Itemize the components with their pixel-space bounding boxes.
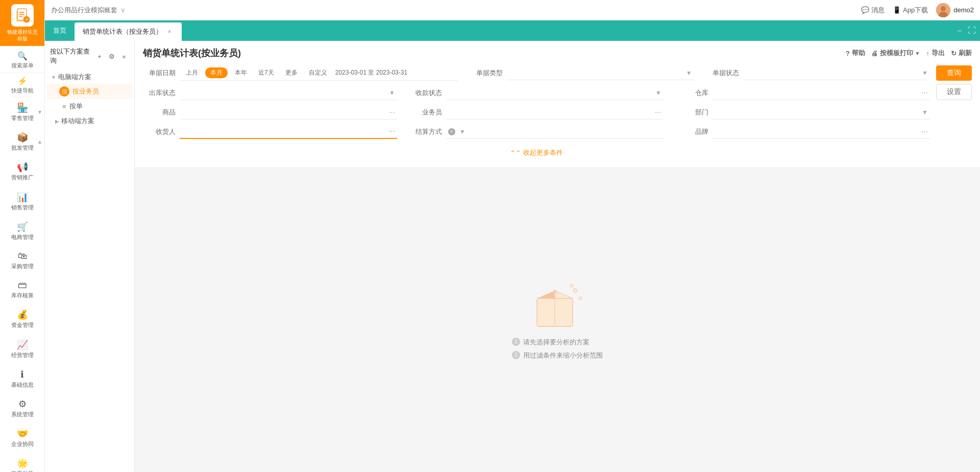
settle-clear-button[interactable]: × xyxy=(448,128,455,135)
tab-minimize-button[interactable]: － xyxy=(955,26,964,36)
date-range-text: 2023-03-01 至 2023-03-31 xyxy=(335,68,407,77)
settings-scheme-button[interactable]: ⚙ xyxy=(107,51,117,61)
topbar-right: 💬 消息 📱 App下载 demo2 xyxy=(861,3,974,17)
collapse-panel-button[interactable]: « xyxy=(119,51,129,61)
sidebar-item-purchase[interactable]: 🛍 采购管理 xyxy=(0,246,44,275)
empty-tip-1: 1 请先选择要分析的方案 xyxy=(512,338,603,347)
left-panel-actions: + ⚙ « xyxy=(94,51,129,61)
sidebar-logo[interactable]: ✓ 畅捷通好生意 标版 xyxy=(0,0,44,46)
sidebar-item-retail[interactable]: 🏪 零售管理 ▼ xyxy=(0,97,44,127)
desktop-scheme-header[interactable]: ▼ 电脑端方案 xyxy=(47,70,132,84)
sidebar: ✓ 畅捷通好生意 标版 🔍 搜索菜单 ⚡ 快捷导航 🏪 零售管理 ▼ 📦 批发管… xyxy=(0,0,45,472)
sidebar-item-wholesale[interactable]: 📦 批发管理 ▲ xyxy=(0,127,44,156)
mobile-scheme-arrow-icon: ▶ xyxy=(55,119,59,124)
quick-nav-icon: ⚡ xyxy=(17,76,28,86)
goods-label: 商品 xyxy=(143,108,176,117)
sidebar-item-system[interactable]: ⚙ 系统管理 xyxy=(0,393,44,423)
tip-1-num: 1 xyxy=(512,338,520,346)
tabbar-right: － ⛶ xyxy=(955,26,980,36)
user-menu[interactable]: demo2 xyxy=(936,3,974,17)
left-panel-title: 按以下方案查询 xyxy=(50,47,94,65)
desktop-scheme-label: 电脑端方案 xyxy=(58,73,91,82)
warehouse-field[interactable]: ··· xyxy=(713,86,930,100)
print-button[interactable]: 🖨 按模板打印 ▼ xyxy=(871,49,920,58)
add-scheme-button[interactable]: + xyxy=(94,51,105,61)
receiver-field[interactable]: ··· xyxy=(180,125,397,139)
sidebar-item-sales[interactable]: 📊 销售管理 xyxy=(0,186,44,216)
settle-field[interactable]: × ▼ xyxy=(446,125,664,139)
page-title-text: 销货单统计表(按业务员) xyxy=(143,47,241,59)
empty-state: 1 请先选择要分析的方案 2 用过滤条件来缩小分析范围 xyxy=(512,280,603,360)
action-buttons: 查询 设置 xyxy=(936,65,972,100)
sidebar-item-ecommerce[interactable]: 🛒 电商管理 xyxy=(0,216,44,246)
dept-field[interactable]: ▼ xyxy=(713,105,930,120)
query-button[interactable]: 查询 xyxy=(936,65,972,81)
doc-type-field[interactable]: ▼ xyxy=(507,66,694,80)
date-btn-more[interactable]: 更多 xyxy=(281,67,302,78)
doc-status-field[interactable]: ▼ xyxy=(743,66,930,80)
print-label: 按模板打印 xyxy=(880,49,913,58)
export-button[interactable]: ↑ 导出 xyxy=(926,49,945,58)
tab-home[interactable]: 首页 xyxy=(45,20,75,41)
goods-dots-icon: ··· xyxy=(388,108,395,117)
date-btn-this-month[interactable]: 本月 xyxy=(205,67,228,78)
tab-close-button[interactable]: × xyxy=(165,28,174,36)
retail-arrow-icon: ▼ xyxy=(37,109,42,115)
export-label: 导出 xyxy=(932,49,945,58)
goods-field[interactable]: ··· xyxy=(180,105,397,120)
payment-field[interactable]: ▼ xyxy=(446,86,664,100)
page-title-row: 销货单统计表(按业务员) ? 帮助 🖨 按模板打印 ▼ ↑ xyxy=(143,47,972,59)
scheme-item-salesperson[interactable]: 按 按业务员 xyxy=(47,84,132,99)
filter-area: 销货单统计表(按业务员) ? 帮助 🖨 按模板打印 ▼ ↑ xyxy=(135,41,980,168)
date-field[interactable]: 上月 本月 本年 近7天 更多 自定义 2023-03-01 至 2023-03… xyxy=(180,65,458,81)
salesperson-field[interactable]: ··· xyxy=(446,105,664,120)
sidebar-item-basic[interactable]: ℹ 基础信息 xyxy=(0,364,44,393)
doc-status-arrow-icon: ▼ xyxy=(922,69,928,77)
date-btn-custom[interactable]: 自定义 xyxy=(305,67,331,78)
brand-field[interactable]: ··· xyxy=(713,125,930,139)
sidebar-item-inventory[interactable]: 🗃 库存核算 xyxy=(0,275,44,304)
refresh-button[interactable]: ↻ 刷新 xyxy=(951,49,972,58)
page-title-actions: ? 帮助 🖨 按模板打印 ▼ ↑ 导出 ↻ xyxy=(846,49,972,58)
settings-button[interactable]: 设置 xyxy=(936,84,972,100)
sidebar-item-finance[interactable]: 💰 资金管理 xyxy=(0,304,44,334)
avatar xyxy=(936,3,950,17)
settle-arrow-icon: ▼ xyxy=(459,128,465,135)
mobile-scheme-group[interactable]: ▶ 移动端方案 xyxy=(47,114,132,128)
salesperson-label: 业务员 xyxy=(409,108,442,117)
svg-rect-4 xyxy=(19,16,22,17)
help-button[interactable]: ? 帮助 xyxy=(846,49,865,58)
sidebar-item-operation[interactable]: 📈 经营管理 xyxy=(0,334,44,364)
warehouse-dots-icon: ··· xyxy=(921,88,928,98)
help-icon: ? xyxy=(846,50,850,57)
filter-row-4: 收货人 ··· 结算方式 × ▼ 品牌 ··· xyxy=(143,125,930,139)
result-area: 1 请先选择要分析的方案 2 用过滤条件来缩小分析范围 xyxy=(135,168,980,472)
scheme-sub-order[interactable]: ≡ 按单 xyxy=(47,99,132,113)
doc-type-arrow-icon: ▼ xyxy=(686,69,692,77)
app-download-button[interactable]: 📱 App下载 xyxy=(893,6,928,15)
date-btn-this-year[interactable]: 本年 xyxy=(231,67,251,78)
outbound-field[interactable]: ▼ xyxy=(180,86,397,100)
tip-2-text: 用过滤条件来缩小分析范围 xyxy=(523,351,603,360)
search-menu-item[interactable]: 🔍 搜索菜单 xyxy=(0,46,44,73)
sidebar-item-marketing[interactable]: 📢 营销推广 xyxy=(0,156,44,186)
collapse-more-button[interactable]: ⌃⌃ 收起更多条件 xyxy=(143,144,930,161)
username-label: demo2 xyxy=(953,6,974,14)
sidebar-item-enterprise[interactable]: 🤝 企业协同 xyxy=(0,423,44,453)
breadcrumb-arrow-icon[interactable]: ∨ xyxy=(120,6,126,14)
tab-sales-stat[interactable]: 销货单统计表（按业务员） × xyxy=(75,22,182,41)
mobile-scheme-label: 移动端方案 xyxy=(61,116,94,126)
date-btn-7days[interactable]: 近7天 xyxy=(254,67,278,78)
date-label: 单据日期 xyxy=(143,68,176,78)
quick-nav-item[interactable]: ⚡ 快捷导航 xyxy=(11,73,34,97)
date-btn-last-month[interactable]: 上月 xyxy=(182,67,202,78)
collapse-arrow-icon: ⌃⌃ xyxy=(510,149,521,157)
logo-icon: ✓ xyxy=(11,4,34,27)
tab-maximize-button[interactable]: ⛶ xyxy=(968,26,976,35)
sidebar-item-newbie[interactable]: 🌟 新手引导 xyxy=(0,453,44,472)
message-button[interactable]: 💬 消息 xyxy=(861,6,885,15)
breadcrumb-text: 办公用品行业模拟账套 xyxy=(51,6,117,15)
filter-section: 单据日期 上月 本月 本年 近7天 更多 自定义 20 xyxy=(143,65,972,161)
tip-1-text: 请先选择要分析的方案 xyxy=(523,338,590,347)
inventory-icon: 🗃 xyxy=(18,280,27,291)
